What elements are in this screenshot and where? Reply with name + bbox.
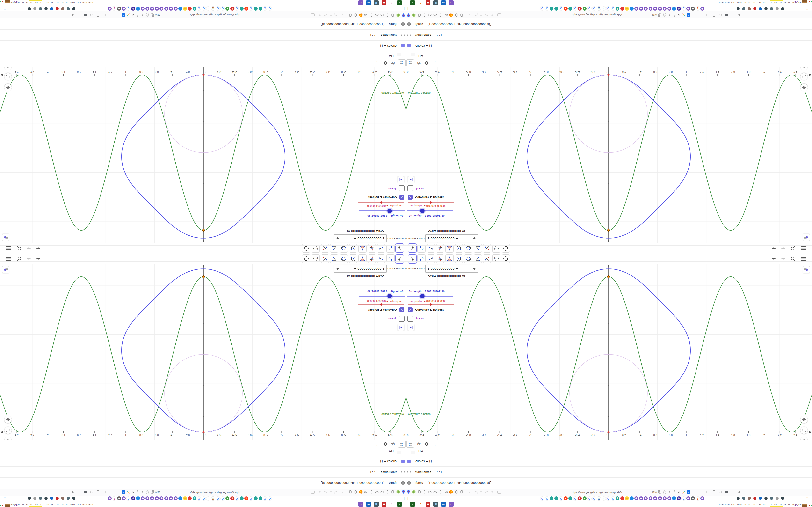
tool-polygon-button[interactable] bbox=[445, 255, 454, 263]
search-icon[interactable] bbox=[16, 256, 22, 262]
tab-favicon-dot-teal[interactable] bbox=[259, 496, 262, 500]
row-menu-icon[interactable]: ⋮ bbox=[802, 481, 806, 485]
globe-icon[interactable] bbox=[460, 490, 464, 494]
circle-icon[interactable] bbox=[731, 490, 735, 494]
download-icon[interactable] bbox=[677, 13, 681, 17]
tool-slider-button[interactable]: a = 2 bbox=[492, 255, 501, 263]
view-settings-button[interactable] bbox=[803, 234, 810, 241]
tab-favicon-dot-teal[interactable] bbox=[254, 496, 258, 500]
kebab-icon[interactable]: ⋮ bbox=[375, 60, 379, 66]
tab-favicon-dot-red[interactable] bbox=[188, 496, 192, 500]
tab-favicon-swirl[interactable]: ◜ bbox=[602, 6, 606, 11]
tab-favicon-G[interactable]: G bbox=[249, 6, 253, 11]
tab-favicon-ggb[interactable]: ⬢ bbox=[155, 7, 159, 11]
bookmark-icon[interactable] bbox=[96, 490, 100, 494]
download-icon[interactable] bbox=[131, 13, 135, 17]
globe-icon[interactable] bbox=[348, 490, 352, 494]
skip-next-button[interactable] bbox=[398, 324, 404, 331]
placeholder-extension-icon[interactable] bbox=[341, 14, 343, 16]
tab-favicon-ggb[interactable]: ⬢ bbox=[122, 496, 126, 500]
star-icon[interactable] bbox=[662, 490, 666, 494]
reader-blue-icon[interactable]: A bbox=[121, 490, 126, 494]
tab-favicon-G[interactable]: G bbox=[573, 6, 577, 11]
algebra-expression[interactable]: curves = {} bbox=[379, 459, 397, 463]
row-menu-icon[interactable]: ⋮ bbox=[802, 22, 806, 26]
home-button[interactable] bbox=[800, 416, 808, 423]
gauge-icon[interactable] bbox=[428, 13, 432, 17]
firefox-icon[interactable] bbox=[449, 490, 453, 494]
tab-favicon-card-yellow[interactable]: ▬ bbox=[625, 496, 629, 500]
zoom-level-badge[interactable]: 81% bbox=[155, 491, 160, 494]
taskbar-app-floppy-64[interactable]: 64 bbox=[441, 502, 446, 507]
tool-point-button[interactable]: A bbox=[417, 255, 425, 263]
zoom-in-button[interactable] bbox=[4, 427, 12, 434]
tab-favicon-G[interactable]: G bbox=[126, 6, 131, 11]
curvature-tangent-checkbox[interactable]: ✓ bbox=[400, 307, 404, 312]
tab-favicon-ggb[interactable]: ⬢ bbox=[174, 7, 177, 11]
reader-blue-icon[interactable]: A bbox=[686, 13, 691, 17]
download-icon[interactable] bbox=[677, 490, 681, 494]
heart-icon[interactable] bbox=[90, 490, 94, 494]
skip-next-button[interactable] bbox=[408, 324, 414, 331]
gear-icon[interactable] bbox=[423, 441, 429, 447]
tab-favicon-G[interactable]: G bbox=[216, 6, 220, 11]
tab-favicon-ggb[interactable]: ⬢ bbox=[141, 7, 145, 11]
placeholder-extension-icon[interactable] bbox=[330, 14, 332, 16]
star-icon[interactable] bbox=[146, 13, 150, 17]
window-dark-icon[interactable] bbox=[724, 490, 729, 494]
function-input[interactable]: 1.000000000000 + cos(4.000000000000 x) bbox=[334, 234, 387, 242]
tray-icon[interactable] bbox=[748, 497, 751, 500]
taskbar-app-settings-red[interactable]: ✱ bbox=[425, 502, 430, 507]
tab-favicon-G[interactable]: G bbox=[587, 496, 592, 501]
row-menu-icon[interactable]: ⋮ bbox=[802, 459, 806, 463]
window-icon[interactable] bbox=[706, 13, 710, 17]
window-dark-icon[interactable] bbox=[724, 13, 729, 17]
tab-favicon-ggb[interactable]: ⬢ bbox=[644, 7, 648, 11]
placeholder-extension-icon[interactable] bbox=[469, 14, 471, 16]
tool-line-button[interactable] bbox=[427, 255, 435, 263]
tray-icon[interactable] bbox=[764, 7, 767, 10]
chevron-up-icon[interactable]: ⌃ bbox=[3, 496, 6, 500]
arc-length-slider-knob[interactable] bbox=[420, 294, 424, 298]
camera-green-icon[interactable] bbox=[396, 490, 400, 494]
taskbar-app-profile-purple[interactable]: ☺ bbox=[358, 502, 363, 507]
reload-icon[interactable] bbox=[136, 13, 140, 17]
firefox-icon[interactable] bbox=[359, 490, 363, 494]
tab-favicon-dot-red[interactable] bbox=[620, 7, 624, 11]
globe-icon[interactable] bbox=[417, 490, 421, 494]
tab-favicon-dot-teal[interactable] bbox=[568, 7, 572, 11]
taskbar-app-monitor-blue[interactable]: ▣ bbox=[374, 502, 379, 507]
tray-icon[interactable] bbox=[742, 7, 745, 10]
star-icon[interactable] bbox=[662, 13, 666, 17]
window-icon[interactable] bbox=[102, 490, 106, 494]
arc-length-slider[interactable] bbox=[407, 296, 453, 297]
algebra-expression[interactable]: funcs = {1.000000000000 + cos(4.00000000… bbox=[415, 481, 492, 485]
undo-icon[interactable] bbox=[35, 245, 40, 251]
tab-favicon-ggb[interactable]: ⬢ bbox=[141, 496, 145, 500]
tab-favicon-yandex[interactable]: Y bbox=[245, 7, 248, 11]
taskbar-app-profile-purple[interactable]: ☺ bbox=[449, 502, 454, 507]
undo-icon[interactable] bbox=[772, 245, 777, 251]
tree-view-icon[interactable] bbox=[398, 441, 406, 448]
tab-favicon-badge-red[interactable]: 9 bbox=[230, 7, 234, 11]
visibility-marble[interactable] bbox=[401, 33, 405, 37]
kebab-icon[interactable]: ⋮ bbox=[375, 441, 379, 447]
gauge-icon[interactable] bbox=[380, 13, 384, 17]
translate-icon[interactable]: A bbox=[657, 490, 661, 494]
tab-favicon-ggb[interactable]: ⬢ bbox=[164, 496, 168, 500]
chevron-up-icon[interactable]: ⌃ bbox=[806, 496, 809, 500]
algebra-expression[interactable]: funcs = {1.000000000000 + cos(4.00000000… bbox=[320, 481, 397, 485]
tab-favicon-G[interactable]: G bbox=[235, 496, 239, 501]
circle-icon[interactable] bbox=[77, 490, 81, 494]
tab-favicon-G[interactable]: G bbox=[202, 496, 206, 501]
view-settings-button[interactable] bbox=[2, 234, 9, 241]
bookmark-icon[interactable] bbox=[96, 13, 100, 17]
row-menu-icon[interactable]: ⋮ bbox=[6, 459, 10, 463]
location-pin-icon[interactable] bbox=[406, 490, 411, 494]
taskbar-app-firefox[interactable]: ◜ bbox=[418, 0, 423, 5]
tab-favicon-dot-teal[interactable] bbox=[254, 7, 258, 11]
gear-icon[interactable] bbox=[354, 13, 358, 17]
tab-favicon-G[interactable]: G bbox=[263, 496, 267, 501]
visibility-marble[interactable] bbox=[401, 470, 405, 474]
tab-favicon-G[interactable]: G bbox=[540, 6, 545, 11]
